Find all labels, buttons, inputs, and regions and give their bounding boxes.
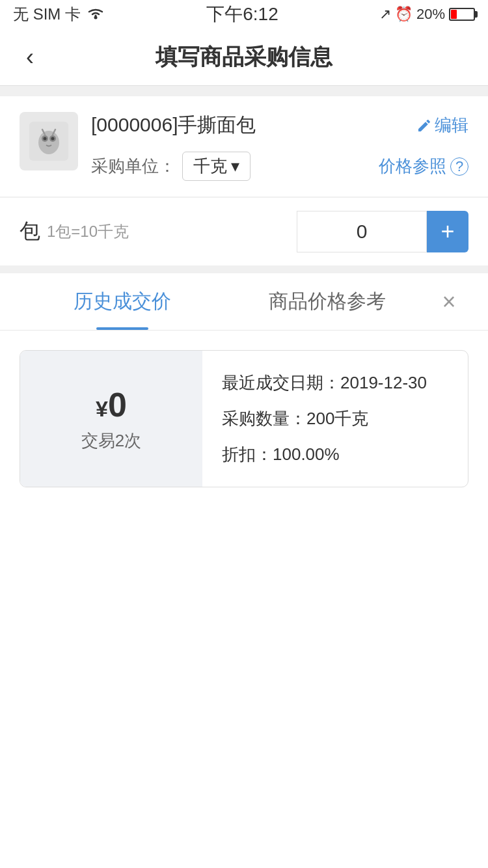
status-bar: 无 SIM 卡 下午6:12 ↗ ⏰ 20% bbox=[0, 0, 488, 29]
currency-symbol: ¥ bbox=[96, 396, 108, 421]
qty-plus-button[interactable]: + bbox=[427, 211, 468, 252]
help-icon: ? bbox=[450, 157, 468, 176]
qty-unit-name: 包 bbox=[20, 217, 40, 246]
qty-control: + bbox=[297, 211, 468, 252]
svg-point-5 bbox=[44, 137, 47, 141]
battery-pct: 20% bbox=[416, 6, 445, 23]
carrier-text: 无 SIM 卡 bbox=[13, 4, 81, 25]
history-price: ¥0 bbox=[96, 385, 127, 424]
history-price-section: ¥0 交易2次 bbox=[20, 351, 202, 487]
tabs-header: 历史成交价 商品价格参考 × bbox=[0, 273, 488, 331]
bottom-area bbox=[0, 507, 488, 868]
location-icon: ↗ bbox=[379, 6, 391, 23]
history-card: ¥0 交易2次 最近成交日期：2019-12-30 采购数量：200千克 折扣：… bbox=[20, 350, 468, 487]
back-button[interactable]: ‹ bbox=[20, 37, 40, 77]
svg-point-6 bbox=[51, 137, 55, 141]
tab-underline bbox=[96, 327, 148, 330]
unit-select[interactable]: 千克 ▾ bbox=[182, 152, 251, 181]
battery-icon bbox=[449, 8, 475, 21]
close-button[interactable]: × bbox=[429, 282, 468, 321]
unit-label: 采购单位： bbox=[91, 155, 176, 178]
quantity-row: 包 1包=10千克 + bbox=[0, 197, 488, 265]
history-details: 最近成交日期：2019-12-30 采购数量：200千克 折扣：100.00% bbox=[202, 351, 468, 487]
dropdown-icon: ▾ bbox=[231, 156, 239, 176]
product-thumbnail bbox=[29, 122, 68, 161]
page-title: 填写商品采购信息 bbox=[156, 42, 332, 72]
product-name: [0000006]手撕面包 bbox=[91, 112, 256, 139]
product-info: [0000006]手撕面包 编辑 采购单位： 千克 ▾ bbox=[91, 112, 468, 181]
tab-price-ref[interactable]: 商品价格参考 bbox=[224, 273, 429, 330]
price-ref-button[interactable]: 价格参照 ? bbox=[379, 155, 468, 178]
svg-point-0 bbox=[94, 16, 98, 20]
svg-point-2 bbox=[38, 131, 59, 154]
nav-bar: ‹ 填写商品采购信息 bbox=[0, 29, 488, 86]
tab-history-label: 历史成交价 bbox=[74, 288, 171, 315]
product-card: [0000006]手撕面包 编辑 采购单位： 千克 ▾ bbox=[0, 96, 488, 197]
trade-discount-row: 折扣：100.00% bbox=[222, 442, 448, 467]
tabs-panel: 历史成交价 商品价格参考 × ¥0 交易2次 最近成交日期：2019-12-30… bbox=[0, 273, 488, 507]
section-divider bbox=[0, 265, 488, 273]
history-content: ¥0 交易2次 最近成交日期：2019-12-30 采购数量：200千克 折扣：… bbox=[0, 331, 488, 507]
alarm-icon: ⏰ bbox=[395, 6, 413, 23]
edit-icon bbox=[416, 118, 432, 133]
status-left: 无 SIM 卡 bbox=[13, 4, 105, 25]
status-time: 下午6:12 bbox=[206, 2, 278, 27]
edit-button[interactable]: 编辑 bbox=[416, 114, 468, 137]
qty-input[interactable] bbox=[297, 211, 427, 252]
trade-qty-row: 采购数量：200千克 bbox=[222, 406, 448, 431]
wifi-icon bbox=[86, 5, 105, 23]
trade-count: 交易2次 bbox=[81, 429, 141, 452]
tab-price-ref-label: 商品价格参考 bbox=[269, 288, 386, 315]
status-right: ↗ ⏰ 20% bbox=[379, 6, 475, 23]
trade-date-row: 最近成交日期：2019-12-30 bbox=[222, 370, 448, 396]
qty-conversion: 1包=10千克 bbox=[47, 221, 129, 242]
tab-history-price[interactable]: 历史成交价 bbox=[20, 273, 224, 330]
product-image bbox=[20, 112, 78, 170]
